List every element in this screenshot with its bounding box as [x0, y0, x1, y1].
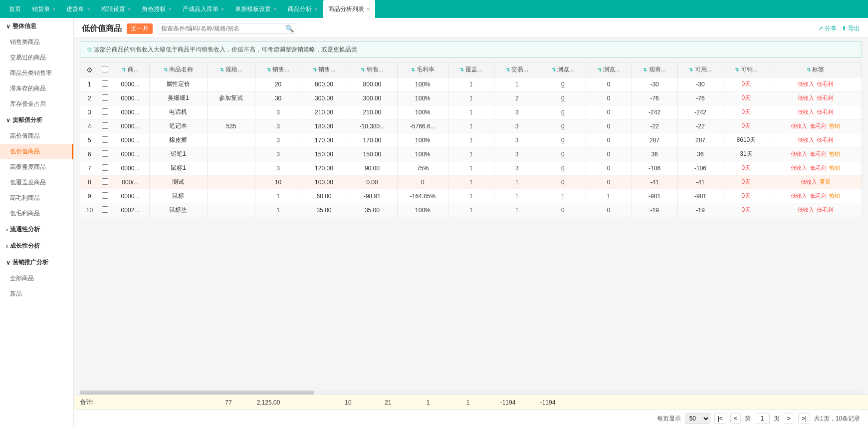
col-gross[interactable]: ⇅ 毛利率 — [397, 62, 448, 77]
browse1-link[interactable]: 0 — [561, 109, 565, 116]
row-checkbox[interactable] — [102, 178, 108, 185]
search-input[interactable] — [161, 25, 285, 32]
cell-checkbox[interactable] — [99, 161, 111, 175]
row-checkbox[interactable] — [102, 150, 108, 157]
cell-browse1[interactable]: 0 — [540, 91, 586, 105]
close-icon[interactable]: × — [273, 6, 276, 12]
col-sale-price[interactable]: ⇅ 销售... — [347, 62, 397, 77]
sidebar-group-overall[interactable]: ∨ 整体信息 — [0, 18, 73, 34]
col-sale-amt[interactable]: ⇅ 销售... — [301, 62, 347, 77]
close-icon[interactable]: × — [87, 6, 90, 12]
cell-browse1[interactable]: 0 — [540, 161, 586, 175]
close-icon[interactable]: × — [367, 6, 370, 12]
sidebar-item-traded-goods[interactable]: 交易过的商品 — [0, 50, 73, 65]
last-page-button[interactable]: >| — [798, 414, 810, 424]
scroll-thumb[interactable] — [80, 391, 314, 395]
first-page-button[interactable]: |< — [714, 414, 726, 424]
nav-home[interactable]: 首页 — [4, 0, 26, 18]
sidebar-item-low-value[interactable]: 低价值商品 — [0, 144, 73, 159]
search-box[interactable]: 🔍 — [158, 23, 297, 34]
col-sale-qty[interactable]: ⇅ 销售... — [255, 62, 301, 77]
cell-browse1[interactable]: 0 — [540, 203, 586, 217]
cell-browse1[interactable]: 1 — [540, 189, 586, 203]
sidebar-group-circulation[interactable]: › 流通性分析 — [0, 221, 73, 238]
cell-checkbox[interactable] — [99, 203, 111, 217]
cell-checkbox[interactable] — [99, 119, 111, 133]
sidebar-item-low-margin[interactable]: 低毛利商品 — [0, 206, 73, 221]
gear-icon[interactable]: ⚙ — [86, 66, 93, 74]
close-icon[interactable]: × — [221, 6, 224, 12]
col-browse1[interactable]: ⇅ 浏览... — [540, 62, 586, 77]
prev-page-button[interactable]: < — [730, 414, 741, 424]
cell-checkbox[interactable] — [99, 189, 111, 203]
sidebar-group-growth[interactable]: › 成长性分析 — [0, 238, 73, 254]
row-checkbox[interactable] — [102, 206, 108, 213]
browse1-link[interactable]: 0 — [561, 179, 565, 186]
sidebar-item-slow-stock[interactable]: 滞库存的商品 — [0, 81, 73, 96]
cell-checkbox[interactable] — [99, 105, 111, 119]
row-checkbox[interactable] — [102, 136, 108, 143]
close-icon[interactable]: × — [128, 6, 131, 12]
col-saleable[interactable]: ⇅ 可销... — [723, 62, 769, 77]
row-checkbox[interactable] — [102, 192, 108, 199]
cell-browse1[interactable]: 0 — [540, 175, 586, 189]
browse1-link[interactable]: 0 — [561, 137, 565, 144]
row-checkbox[interactable] — [102, 122, 108, 129]
nav-permission[interactable]: 权限设置 × — [96, 0, 136, 18]
col-code[interactable]: ⇅ 商... — [111, 62, 149, 77]
sidebar-item-new-goods[interactable]: 新品 — [0, 286, 73, 302]
sidebar-item-category-rate[interactable]: 商品分类销售率 — [0, 65, 73, 81]
nav-goods-analysis-list[interactable]: 商品分析列表 × — [323, 0, 375, 18]
filter-period-button[interactable]: 近一月 — [127, 23, 153, 34]
page-size-select[interactable]: 50 100 — [685, 413, 710, 424]
share-button[interactable]: ↗ 分享 — [818, 24, 837, 33]
col-tags[interactable]: ⇅ 标签 — [769, 62, 862, 77]
nav-template[interactable]: 单据模板设置 × — [230, 0, 281, 18]
sidebar-item-sales-goods[interactable]: 销售类商品 — [0, 34, 73, 50]
browse1-link[interactable]: 0 — [561, 95, 565, 102]
col-stock[interactable]: ⇅ 现有... — [632, 62, 677, 77]
row-checkbox[interactable] — [102, 164, 108, 171]
browse1-link[interactable]: 0 — [561, 165, 565, 172]
select-all-checkbox[interactable] — [102, 66, 108, 72]
sidebar-item-high-margin[interactable]: 高毛利商品 — [0, 190, 73, 206]
browse1-link[interactable]: 1 — [561, 193, 565, 200]
export-button[interactable]: ⬆ 导出 — [842, 24, 860, 33]
cell-checkbox[interactable] — [99, 77, 111, 91]
nav-sales-order[interactable]: 销货单 × — [27, 0, 60, 18]
sidebar-item-all-goods[interactable]: 全部商品 — [0, 271, 73, 286]
browse1-link[interactable]: 0 — [561, 207, 565, 214]
browse1-link[interactable]: 0 — [561, 81, 565, 88]
col-trade[interactable]: ⇅ 交易... — [494, 62, 540, 77]
nav-role-auth[interactable]: 角色授权 × — [137, 0, 176, 18]
row-checkbox[interactable] — [102, 108, 108, 115]
horizontal-scrollbar[interactable] — [80, 391, 862, 395]
close-icon[interactable]: × — [52, 6, 55, 12]
col-checkbox[interactable] — [99, 62, 111, 77]
cell-checkbox[interactable] — [99, 91, 111, 105]
cell-browse1[interactable]: 0 — [540, 77, 586, 91]
search-icon[interactable]: 🔍 — [285, 24, 294, 32]
sidebar-group-contribution[interactable]: ∨ 贡献值分析 — [0, 112, 73, 128]
browse1-link[interactable]: 0 — [561, 151, 565, 158]
col-available[interactable]: ⇅ 可用... — [677, 62, 723, 77]
nav-purchase-order[interactable]: 进货单 × — [61, 0, 95, 18]
sidebar-group-marketing[interactable]: ∨ 营销推广分析 — [0, 254, 73, 271]
col-name[interactable]: ⇅ 商品名称 — [150, 62, 208, 77]
row-checkbox[interactable] — [102, 94, 108, 101]
cell-checkbox[interactable] — [99, 175, 111, 189]
cell-checkbox[interactable] — [99, 147, 111, 161]
close-icon[interactable]: × — [314, 6, 317, 12]
sidebar-item-stock-capital[interactable]: 库存资金占用 — [0, 96, 73, 112]
cell-browse1[interactable]: 0 — [540, 133, 586, 147]
cell-browse1[interactable]: 0 — [540, 105, 586, 119]
row-checkbox[interactable] — [102, 80, 108, 87]
sidebar-item-high-value[interactable]: 高价值商品 — [0, 128, 73, 144]
nav-product-stock[interactable]: 产成品入库单 × — [178, 0, 229, 18]
page-number-input[interactable] — [755, 414, 770, 424]
close-icon[interactable]: × — [168, 6, 171, 12]
cell-browse1[interactable]: 0 — [540, 147, 586, 161]
col-settings[interactable]: ⚙ — [80, 62, 99, 77]
sidebar-item-low-coverage[interactable]: 低覆盖度商品 — [0, 175, 73, 190]
sidebar-item-high-coverage[interactable]: 高覆盖度商品 — [0, 159, 73, 175]
